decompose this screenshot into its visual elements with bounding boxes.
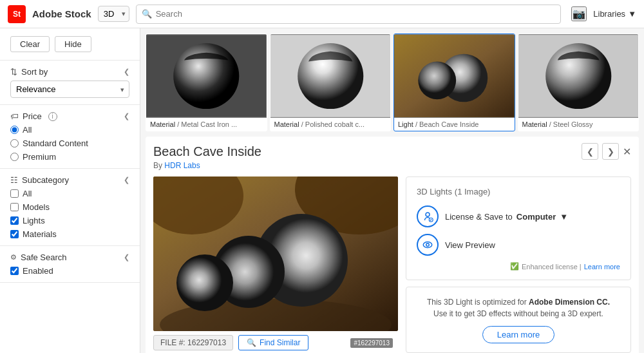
price-option-standard-label: Standard Content <box>23 138 88 148</box>
svg-point-18 <box>426 213 430 216</box>
sort-collapse-icon: ❮ <box>124 68 129 76</box>
subcategory-header[interactable]: ☷ Subcategory ❮ <box>10 175 129 185</box>
lights-title-text: 3D Lights <box>417 187 452 196</box>
thumbnail-item-1[interactable]: Material / Metal Cast Iron ... <box>146 33 267 131</box>
category-select[interactable]: 3D <box>98 6 129 22</box>
price-title: 🏷 Price i <box>10 111 57 121</box>
subcategory-icon: ☷ <box>10 175 18 185</box>
detail-panel: Beach Cave Inside ❮ ❯ ✕ By HDR Labs <box>146 137 639 353</box>
sort-by-header[interactable]: ⇅ Sort by ❮ <box>10 67 129 77</box>
thumbnail-item-2[interactable]: Material / Polished cobalt c... <box>270 33 392 131</box>
subcategory-check-materials[interactable] <box>10 230 19 238</box>
brand-name: Adobe Stock <box>32 8 91 19</box>
search-bar: 🔍 <box>136 5 562 24</box>
search-icon: 🔍 <box>142 9 152 19</box>
detail-main-image: #162297013 <box>153 176 398 331</box>
clear-button[interactable]: Clear <box>10 36 50 52</box>
safe-search-icon: ⚙ <box>10 253 17 262</box>
thumb-svg-4 <box>518 34 639 118</box>
author-link[interactable]: HDR Labs <box>164 161 200 170</box>
learn-more-button[interactable]: Learn more <box>482 326 554 343</box>
hide-button[interactable]: Hide <box>55 36 91 52</box>
find-similar-button[interactable]: 🔍 Find Similar <box>238 335 308 350</box>
price-option-premium[interactable]: Premium <box>10 152 129 162</box>
promo-card: This 3D Light is optimized for Adobe Dim… <box>406 287 631 353</box>
safe-search-check-enabled[interactable] <box>10 267 19 275</box>
subcategory-all-label: All <box>23 189 32 198</box>
enhanced-license-label: Enhanced license | <box>522 263 582 271</box>
svg-point-20 <box>423 242 432 248</box>
safe-search-label: Safe Search <box>21 253 67 262</box>
price-option-all[interactable]: All <box>10 125 129 135</box>
sidebar-top-actions: Clear Hide <box>0 28 140 61</box>
price-radio-group: All Standard Content Premium <box>10 125 129 162</box>
subcategory-section: ☷ Subcategory ❮ All Models Lights <box>0 169 140 246</box>
price-label: Price <box>23 111 42 121</box>
subcategory-materials-label: Materials <box>23 229 57 239</box>
safe-search-header[interactable]: ⚙ Safe Search ❮ <box>10 253 129 262</box>
safe-search-enabled[interactable]: Enabled <box>10 266 129 276</box>
sort-select-wrapper: Relevance Most Recent Most Popular <box>10 81 129 98</box>
find-similar-label: Find Similar <box>260 338 300 347</box>
license-label: License & Save to <box>445 212 513 222</box>
subcategory-check-lights[interactable] <box>10 216 19 225</box>
safe-search-section: ⚙ Safe Search ❮ Enabled <box>0 246 140 283</box>
detail-title: Beach Cave Inside <box>153 144 261 159</box>
adobe-logo: St <box>8 5 26 23</box>
prev-button[interactable]: ❮ <box>582 143 598 160</box>
next-button[interactable]: ❯ <box>602 143 619 160</box>
thumb-image-3 <box>394 34 515 118</box>
subcategory-option-lights[interactable]: Lights <box>10 216 129 225</box>
sort-select[interactable]: Relevance Most Recent Most Popular <box>10 81 129 98</box>
thumb-image-2 <box>270 34 391 118</box>
license-button[interactable]: License & Save to Computer ▼ <box>445 212 568 222</box>
lights-count-val: (1 Image) <box>455 187 491 196</box>
libraries-label: Libraries <box>593 9 625 19</box>
detail-image-wrap: #162297013 FILE #: 162297013 🔍 Find Simi… <box>153 176 398 353</box>
view-preview-row: View Preview <box>417 234 620 256</box>
subcategory-option-materials[interactable]: Materials <box>10 229 129 239</box>
learn-more-link-top[interactable]: Learn more <box>584 263 620 271</box>
view-preview-button[interactable]: View Preview <box>445 240 495 250</box>
shield-small-icon: ✅ <box>510 262 519 271</box>
libraries-button[interactable]: Libraries ▼ <box>593 9 636 19</box>
search-similar-icon: 🔍 <box>247 338 256 347</box>
subcategory-option-all[interactable]: All <box>10 189 129 198</box>
safe-search-title: ⚙ Safe Search <box>10 253 67 262</box>
subcategory-label: Subcategory <box>22 175 69 185</box>
close-button[interactable]: ✕ <box>623 146 631 158</box>
promo-text: This 3D Light is optimized for Adobe Dim… <box>417 296 620 320</box>
sort-by-title: ⇅ Sort by <box>10 67 48 77</box>
right-panel: 3D Lights (1 Image) <box>406 176 631 353</box>
subcategory-check-all[interactable] <box>10 189 19 198</box>
promo-brand: Adobe Dimension CC. <box>529 298 610 307</box>
safe-search-checkbox-group: Enabled <box>10 266 129 276</box>
subcategory-option-models[interactable]: Models <box>10 202 129 212</box>
sort-by-label: Sort by <box>21 67 48 77</box>
search-input[interactable] <box>156 9 556 19</box>
thumb-svg-3 <box>394 34 515 118</box>
sort-by-section: ⇅ Sort by ❮ Relevance Most Recent Most P… <box>0 61 140 105</box>
price-header[interactable]: 🏷 Price i ❮ <box>10 111 129 121</box>
thumb-image-4 <box>518 34 639 118</box>
libraries-chevron-icon: ▼ <box>628 9 636 19</box>
price-radio-premium[interactable] <box>10 153 19 161</box>
promo-text-2: Use it to get 3D effects without being a… <box>433 309 603 318</box>
subcategory-check-models[interactable] <box>10 203 19 211</box>
sort-icon: ⇅ <box>10 67 17 77</box>
thumbnail-item-3[interactable]: Light / Beach Cave Inside <box>393 33 515 131</box>
price-option-premium-label: Premium <box>23 152 56 162</box>
detail-svg <box>153 176 398 331</box>
detail-header: Beach Cave Inside ❮ ❯ ✕ <box>153 143 631 160</box>
camera-search-button[interactable]: 📷 <box>571 6 587 21</box>
license-save-row: License & Save to Computer ▼ <box>417 205 620 227</box>
price-option-standard[interactable]: Standard Content <box>10 138 129 148</box>
thumb-label-3: Light / Beach Cave Inside <box>394 118 515 131</box>
price-info-icon[interactable]: i <box>48 112 57 121</box>
price-radio-all[interactable] <box>10 126 19 134</box>
sidebar: Clear Hide ⇅ Sort by ❮ Relevance Most Re… <box>0 28 140 353</box>
thumbnail-item-4[interactable]: Material / Steel Glossy <box>518 33 639 131</box>
price-radio-standard[interactable] <box>10 139 19 148</box>
lights-card-title: 3D Lights (1 Image) <box>417 186 620 196</box>
subcategory-collapse-icon: ❮ <box>124 176 129 184</box>
